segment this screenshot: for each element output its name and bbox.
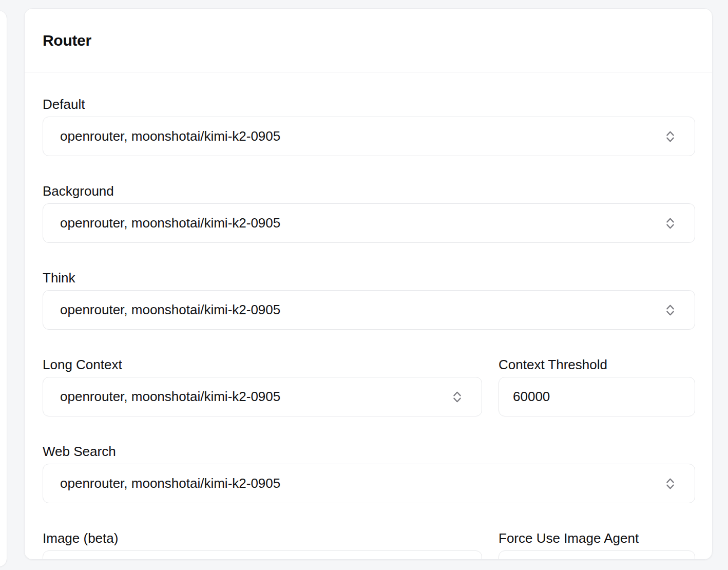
long-context-label: Long Context (43, 357, 482, 372)
think-model-select[interactable]: openrouter, moonshotai/kimi-k2-0905 (43, 290, 695, 330)
force-use-image-agent-column: Force Use Image Agent (499, 530, 695, 560)
chevron-up-down-icon (665, 477, 676, 490)
long-context-model-select[interactable]: openrouter, moonshotai/kimi-k2-0905 (43, 377, 482, 416)
background-model-select-value: openrouter, moonshotai/kimi-k2-0905 (60, 215, 280, 231)
force-use-image-agent-field[interactable] (499, 550, 695, 560)
web-search-model-select[interactable]: openrouter, moonshotai/kimi-k2-0905 (43, 464, 695, 503)
settings-page: { "page": { "background_color": "#f5f6f8… (0, 0, 728, 570)
router-settings-card: Router Default openrouter, moonshotai/ki… (24, 8, 713, 560)
background-label: Background (43, 183, 695, 199)
field-row-default: Default openrouter, moonshotai/kimi-k2-0… (43, 97, 695, 156)
image-column: Image (beta) (43, 530, 482, 560)
think-label: Think (43, 270, 695, 286)
default-model-select[interactable]: openrouter, moonshotai/kimi-k2-0905 (43, 117, 695, 156)
context-threshold-column: Context Threshold (499, 357, 695, 416)
default-model-select-value: openrouter, moonshotai/kimi-k2-0905 (60, 128, 280, 144)
chevron-up-down-icon (665, 303, 676, 317)
card-body: Default openrouter, moonshotai/kimi-k2-0… (25, 72, 712, 560)
field-row-web-search: Web Search openrouter, moonshotai/kimi-k… (43, 444, 695, 503)
web-search-model-select-value: openrouter, moonshotai/kimi-k2-0905 (60, 476, 280, 491)
field-row-image: Image (beta) Force Use Image Agent (43, 530, 695, 560)
think-model-select-value: openrouter, moonshotai/kimi-k2-0905 (60, 302, 280, 318)
field-row-think: Think openrouter, moonshotai/kimi-k2-090… (43, 270, 695, 330)
chevron-up-down-icon (665, 129, 676, 143)
left-partial-card (0, 10, 7, 567)
field-row-background: Background openrouter, moonshotai/kimi-k… (43, 183, 695, 243)
force-use-image-agent-label: Force Use Image Agent (499, 530, 695, 546)
field-row-long-context: Long Context openrouter, moonshotai/kimi… (43, 357, 695, 416)
image-model-select[interactable] (43, 550, 482, 560)
chevron-up-down-icon (452, 390, 463, 404)
image-label: Image (beta) (43, 530, 482, 546)
context-threshold-input[interactable] (499, 377, 695, 416)
default-label: Default (43, 97, 695, 112)
long-context-column: Long Context openrouter, moonshotai/kimi… (43, 357, 482, 416)
chevron-up-down-icon (665, 216, 676, 230)
background-model-select[interactable]: openrouter, moonshotai/kimi-k2-0905 (43, 203, 695, 243)
card-header: Router (25, 9, 712, 72)
web-search-label: Web Search (43, 444, 695, 459)
context-threshold-label: Context Threshold (499, 357, 695, 372)
long-context-model-select-value: openrouter, moonshotai/kimi-k2-0905 (60, 389, 280, 405)
card-title: Router (43, 32, 91, 49)
